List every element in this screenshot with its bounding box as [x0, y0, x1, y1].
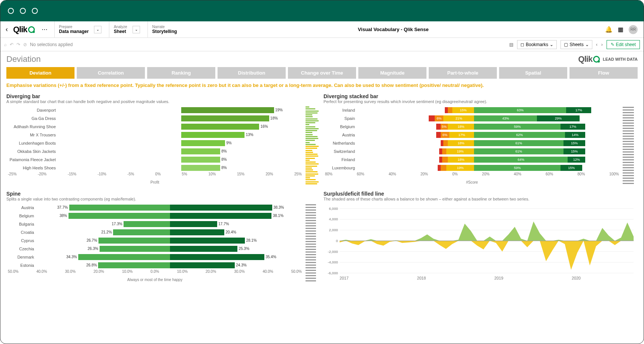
- selection-toolbar: ⌕ ↶ ↷ ⊘ No selections applied ▤ ◻Bookmar…: [0, 38, 644, 51]
- page-title: Deviation: [6, 54, 41, 64]
- smart-search-icon[interactable]: ⌕: [4, 42, 7, 47]
- back-button[interactable]: ‹: [3, 25, 10, 33]
- svg-text:6,000: 6,000: [329, 206, 338, 211]
- selections-text: No selections applied: [30, 42, 73, 47]
- category-tabs: DeviationCorrelationRankingDistributionC…: [0, 67, 644, 79]
- next-sheet-button[interactable]: ›: [601, 42, 603, 47]
- svg-text:-6,000: -6,000: [328, 271, 338, 275]
- window-titlebar: [0, 0, 644, 21]
- chart-title: Diverging stacked bar: [323, 93, 638, 99]
- edit-sheet-button[interactable]: ✎Edit sheet: [607, 40, 640, 49]
- bell-icon[interactable]: 🔔: [605, 26, 613, 33]
- qlik-logo-small: Qlik: [578, 54, 600, 64]
- app-title: Visual Vocabulary - Qlik Sense: [185, 27, 602, 32]
- main-toolbar: ‹ Qlik ⋯ Prepare Data manager ⌄ Analyze …: [0, 21, 644, 38]
- bookmarks-button[interactable]: ◻Bookmarks⌄: [517, 40, 557, 49]
- chart-title: Diverging bar: [6, 93, 321, 99]
- panel-surplus[interactable]: Surplus/deficit filled line The shaded a…: [323, 189, 638, 285]
- diverging-bar-chart[interactable]: Davenport 19% Ga-Ga Dress 18% Adihash Ru…: [6, 106, 303, 185]
- tab-change-over-time[interactable]: Change over Time: [288, 67, 356, 79]
- pencil-icon: ✎: [611, 42, 614, 47]
- app-menu-button[interactable]: ⋯: [38, 26, 51, 33]
- chart-subtitle: Splits a single value into two contrasti…: [6, 197, 321, 201]
- avatar[interactable]: RR: [629, 25, 638, 34]
- qlik-logo: Qlik: [13, 25, 35, 34]
- tab-flow[interactable]: Flow: [569, 67, 638, 79]
- spine-chart[interactable]: Austria 37.7% 38.3% Belgium 38% 38.1% Bu…: [6, 203, 303, 282]
- nav-narrate[interactable]: Narrate Storytelling: [148, 21, 182, 37]
- step-forward-icon[interactable]: ↷: [16, 42, 20, 47]
- apps-grid-icon[interactable]: ▦: [618, 26, 623, 33]
- step-back-icon[interactable]: ↶: [10, 42, 13, 47]
- traffic-light[interactable]: [8, 8, 14, 14]
- chart-subtitle: A simple standard bar chart that can han…: [6, 99, 321, 104]
- svg-text:2020: 2020: [572, 276, 581, 280]
- traffic-light[interactable]: [32, 8, 38, 14]
- scroll-minimap[interactable]: [623, 106, 638, 185]
- svg-text:2017: 2017: [340, 276, 349, 280]
- insight-icon[interactable]: ▤: [509, 42, 513, 47]
- chart-subtitle: The shaded area of these charts allows a…: [323, 197, 638, 201]
- stacked-bar-chart[interactable]: Ireland15%63%17%Spain6%21%43%29%Belgium5…: [323, 106, 620, 185]
- scroll-minimap[interactable]: [306, 106, 321, 185]
- svg-text:0: 0: [336, 239, 338, 243]
- chevron-down-icon[interactable]: ⌄: [133, 26, 140, 33]
- panel-spine[interactable]: Spine Splits a single value into two con…: [6, 189, 321, 285]
- surplus-deficit-chart[interactable]: 6,0004,0002,0000-2,000-4,000-6,000201720…: [323, 203, 638, 284]
- traffic-light[interactable]: [20, 8, 26, 14]
- scroll-minimap[interactable]: [306, 203, 321, 282]
- tab-spatial[interactable]: Spatial: [499, 67, 567, 79]
- panel-stacked-bar[interactable]: Diverging stacked bar Perfect for presen…: [323, 92, 638, 186]
- nav-prepare[interactable]: Prepare Data manager ⌄: [54, 21, 106, 37]
- tab-distribution[interactable]: Distribution: [218, 67, 286, 79]
- svg-text:2,000: 2,000: [329, 228, 338, 232]
- brand-tagline: LEAD WITH DATA: [603, 57, 638, 61]
- svg-text:2019: 2019: [494, 276, 503, 280]
- svg-text:-4,000: -4,000: [328, 260, 338, 264]
- nav-analyze[interactable]: Analyze Sheet ⌄: [109, 21, 145, 37]
- sheets-button[interactable]: ▢Sheets⌄: [561, 40, 592, 49]
- svg-text:2018: 2018: [417, 276, 426, 280]
- chart-subtitle: Perfect for presenting survey results wh…: [323, 99, 638, 104]
- tab-correlation[interactable]: Correlation: [77, 67, 145, 79]
- svg-text:-2,000: -2,000: [328, 250, 338, 254]
- panel-diverging-bar[interactable]: Diverging bar A simple standard bar char…: [6, 92, 321, 186]
- prev-sheet-button[interactable]: ‹: [596, 42, 598, 47]
- clear-selections-icon[interactable]: ⊘: [23, 42, 27, 47]
- tab-deviation[interactable]: Deviation: [6, 67, 75, 79]
- tab-part-to-whole[interactable]: Part-to-whole: [429, 67, 497, 79]
- category-description: Emphasise variations (+/-) from a fixed …: [0, 79, 644, 92]
- chevron-down-icon[interactable]: ⌄: [94, 26, 101, 33]
- chart-title: Spine: [6, 191, 321, 197]
- chart-title: Surplus/deficit filled line: [323, 191, 638, 197]
- tab-ranking[interactable]: Ranking: [147, 67, 215, 79]
- svg-text:4,000: 4,000: [329, 217, 338, 221]
- tab-magnitude[interactable]: Magnitude: [358, 67, 426, 79]
